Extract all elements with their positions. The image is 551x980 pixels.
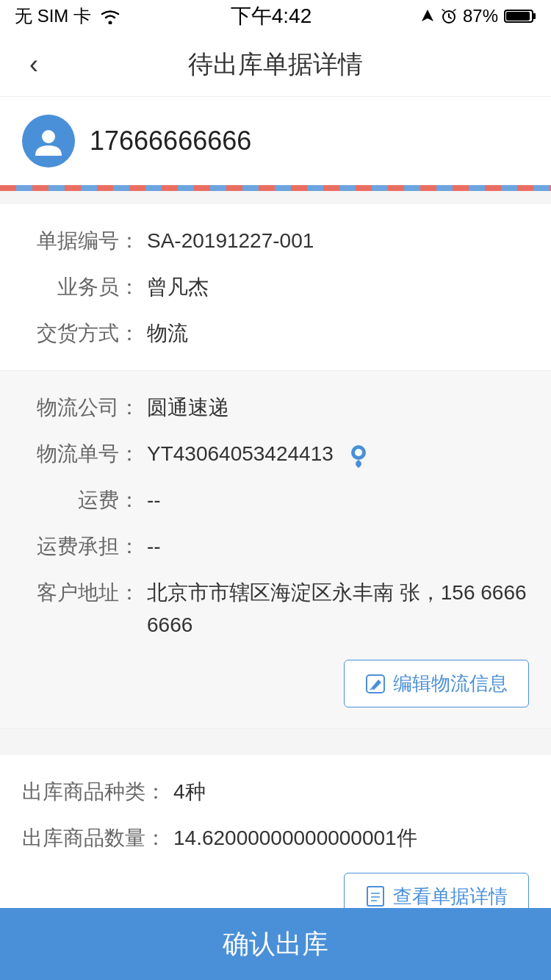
sales-value: 曾凡杰	[147, 271, 529, 304]
status-time: 下午4:42	[231, 2, 312, 30]
customer-phone: 17666666666	[90, 126, 251, 156]
logistics-tracking-label: 物流单号：	[22, 438, 140, 471]
address-row: 客户地址： 北京市市辖区海淀区永丰南 张，156 6666 6666	[22, 577, 529, 643]
avatar	[22, 115, 75, 167]
view-details-label: 查看单据详情	[393, 884, 508, 909]
edit-button-row: 编辑物流信息	[22, 660, 529, 707]
edit-logistics-button[interactable]: 编辑物流信息	[344, 660, 529, 707]
edit-icon	[365, 674, 386, 694]
document-number-label: 单据编号：	[22, 225, 140, 258]
freight-label: 运费：	[22, 484, 140, 517]
document-number-row: 单据编号： SA-20191227-001	[22, 225, 529, 258]
svg-line-3	[449, 17, 451, 18]
carrier-text: 无 SIM 卡	[15, 4, 91, 28]
logistics-tracking-value: YT43064053424413	[147, 438, 529, 471]
logistics-company-label: 物流公司：	[22, 392, 140, 425]
page-title: 待出库单据详情	[188, 48, 363, 82]
confirm-outbound-label: 确认出库	[223, 926, 328, 962]
battery-icon	[504, 8, 536, 24]
confirm-outbound-button[interactable]: 确认出库	[0, 908, 551, 980]
svg-point-0	[109, 21, 112, 25]
logistics-section: 物流公司： 圆通速递 物流单号： YT43064053424413 运费： --…	[0, 370, 551, 729]
delivery-value: 物流	[147, 317, 529, 350]
status-left: 无 SIM 卡	[15, 4, 122, 28]
battery-text: 87%	[463, 6, 498, 26]
user-icon	[32, 125, 65, 157]
document-info-section: 单据编号： SA-20191227-001 业务员： 曾凡杰 交货方式： 物流	[0, 204, 551, 370]
nav-bar: ‹ 待出库单据详情	[0, 32, 551, 97]
outbound-types-label: 出库商品种类：	[22, 776, 166, 809]
section-separator	[0, 729, 551, 742]
map-pin-icon	[345, 442, 372, 468]
logistics-company-value: 圆通速递	[147, 392, 529, 425]
sales-row: 业务员： 曾凡杰	[22, 271, 529, 304]
delivery-row: 交货方式： 物流	[22, 317, 529, 350]
outbound-quantity-label: 出库商品数量：	[22, 822, 166, 855]
outbound-types-row: 出库商品种类： 4种	[22, 776, 529, 809]
svg-rect-13	[367, 887, 383, 906]
sales-label: 业务员：	[22, 271, 140, 304]
customer-header: 17666666666	[0, 97, 551, 185]
svg-rect-8	[506, 12, 530, 21]
alarm-icon	[441, 8, 457, 24]
outbound-types-value: 4种	[173, 776, 529, 809]
freight-bearer-label: 运费承担：	[22, 530, 140, 563]
freight-bearer-row: 运费承担： --	[22, 530, 529, 563]
tracking-number: YT43064053424413	[147, 438, 334, 471]
status-bar: 无 SIM 卡 下午4:42 87%	[0, 0, 551, 32]
freight-bearer-value: --	[147, 530, 529, 563]
svg-rect-7	[533, 13, 536, 19]
freight-row: 运费： --	[22, 484, 529, 517]
outbound-quantity-row: 出库商品数量： 14.62000000000000001件	[22, 822, 529, 855]
delivery-label: 交货方式：	[22, 317, 140, 350]
back-button[interactable]: ‹	[22, 42, 46, 87]
logistics-company-row: 物流公司： 圆通速递	[22, 392, 529, 425]
svg-point-9	[42, 130, 55, 143]
svg-line-4	[442, 10, 444, 11]
status-right: 87%	[420, 6, 536, 26]
address-label: 客户地址：	[22, 577, 140, 610]
freight-value: --	[147, 484, 529, 517]
document-number-value: SA-20191227-001	[147, 225, 529, 258]
svg-point-11	[355, 449, 362, 456]
color-strip	[0, 185, 551, 191]
document-icon	[365, 886, 386, 907]
edit-logistics-label: 编辑物流信息	[393, 671, 508, 696]
svg-line-5	[453, 10, 455, 11]
wifi-icon	[98, 8, 122, 24]
address-value: 北京市市辖区海淀区永丰南 张，156 6666 6666	[147, 577, 529, 643]
location-arrow-icon	[420, 8, 435, 24]
outbound-quantity-value: 14.62000000000000001件	[173, 822, 529, 855]
logistics-tracking-row: 物流单号： YT43064053424413	[22, 438, 529, 471]
